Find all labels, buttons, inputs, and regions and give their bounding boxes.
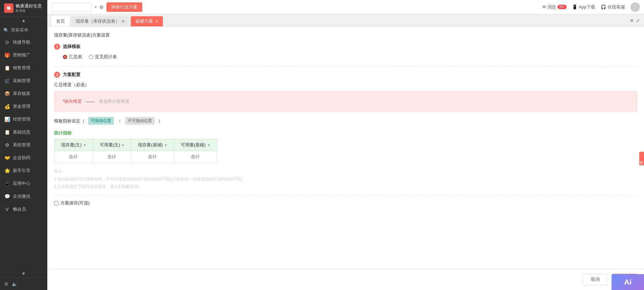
tips-item-0: 1.拖动标题栏可以调整布局，不可跨维度或指标区域拖动栏目字段(只能在同一维度或指… [54, 176, 637, 182]
tabbar: 首页 现存量（库存状况表） ✕ 新建方案 ✕ ✕ ⤢ [47, 14, 644, 27]
messages-btn[interactable]: ✉ 消息 99+ [542, 4, 567, 10]
dimension-label: 汇总维度（必选） [54, 82, 637, 88]
sidebar-item-marketing[interactable]: 🎁 营销推广 [0, 49, 47, 62]
dimension-separator: —— [86, 99, 95, 104]
col-header-3[interactable]: 可用量(基辅) ▾ [174, 139, 217, 151]
tab-inventory-status[interactable]: 现存量（库存状况表） ✕ [71, 16, 129, 26]
sidebar-search[interactable]: 🔍 搜索菜单 [0, 24, 47, 36]
sidebar-item-system[interactable]: ⚙ 系统管理 [0, 139, 47, 151]
operations-icon: 📊 [4, 117, 10, 122]
save-option: 方案保存(可选) [54, 200, 637, 206]
industry-btn[interactable]: 体验行业方案 [106, 2, 142, 12]
tab-inventory-close[interactable]: ✕ [122, 19, 125, 24]
newbie-icon: 🌟 [4, 168, 10, 173]
indicator-settings: 模板指标设定（ 可拖动位置 ： 不可拖动位置 ） [54, 117, 637, 125]
radio-cross[interactable] [89, 55, 93, 59]
topbar: ▾ ⚙ 体验行业方案 ✉ 消息 99+ 📱 App下载 🎧 在线客服 [47, 0, 644, 14]
sidebar-item-newbie[interactable]: 🌟 新手引导 [0, 164, 47, 177]
tips-title: 提示： [54, 168, 637, 174]
chevron-down-icon[interactable]: ▾ [95, 5, 97, 9]
user-avatar[interactable] [630, 2, 640, 12]
finance-icon: 💰 [4, 104, 10, 109]
topbar-left: ▾ ⚙ 体验行业方案 [51, 2, 142, 12]
system-icon: ⚙ [4, 142, 10, 148]
stats-section: 统计指标 现存量(主) ▾ [54, 130, 637, 163]
sidebar-item-sales[interactable]: 📋 销售管理 [0, 62, 47, 74]
sidebar-item-finance[interactable]: 💰 资金管理 [0, 100, 47, 113]
phone-icon: 📱 [572, 4, 577, 9]
cancel-button[interactable]: 取消 [583, 274, 608, 285]
content-area: 现存量(库存状况表)方案设置 1 选择模板 汇总表 交叉统计表 2 [47, 27, 644, 269]
template-options: 汇总表 交叉统计表 [63, 54, 637, 60]
search-input[interactable] [51, 3, 92, 11]
col2-chevron[interactable]: ▾ [165, 143, 167, 147]
scroll-up-btn[interactable]: ▲ [0, 17, 47, 24]
section1-header: 1 选择模板 [54, 44, 637, 50]
dimension-required: *纵向维度 [63, 98, 82, 104]
col-header-0[interactable]: 现存量(主) ▾ [54, 139, 93, 151]
section2-title: 方案配置 [63, 72, 80, 78]
tab-new-plan[interactable]: 新建方案 ✕ [131, 16, 163, 26]
sidebar-item-quick-nav[interactable]: ⊙ 快捷导航 [0, 36, 47, 49]
volume-icon[interactable]: 🔈 [12, 281, 18, 287]
sidebar-item-enterprise[interactable]: 🤝 企业协同 [0, 151, 47, 164]
option-cross[interactable]: 交叉统计表 [89, 54, 117, 60]
sidebar: 畅 畅康通好生意 标准版 ▲ 🔍 搜索菜单 ⊙ 快捷导航 🎁 营销推广 📋 销售… [0, 0, 47, 290]
tab-new-plan-close[interactable]: ✕ [155, 19, 158, 24]
bottombar: 取消 查询 [47, 269, 644, 290]
purchase-icon: 🛒 [4, 78, 10, 83]
section1-num: 1 [54, 44, 60, 50]
search-icon: 🔍 [3, 28, 9, 33]
cell-0-1: 合计 [93, 151, 131, 163]
sidebar-item-app-center[interactable]: 📱 应用中心 [0, 177, 47, 190]
tag-draggable: 可拖动位置 [88, 117, 114, 125]
message-icon: ✉ [542, 4, 546, 9]
col3-chevron[interactable]: ▾ [208, 143, 210, 147]
option-summary[interactable]: 汇总表 [63, 54, 82, 60]
marketing-icon: 🎁 [4, 52, 10, 58]
scroll-down-btn[interactable]: ▼ [0, 270, 47, 277]
sidebar-item-operations[interactable]: 📊 经营管理 [0, 113, 47, 126]
tab-home[interactable]: 首页 [51, 16, 70, 26]
stats-table: 现存量(主) ▾ 可用量(主) ▾ [54, 139, 217, 163]
cell-0-3: 合计 [174, 151, 217, 163]
col0-chevron[interactable]: ▾ [84, 143, 86, 147]
gear-icon[interactable]: ⚙ [99, 4, 104, 10]
expand-window-btn[interactable]: ⤢ [636, 18, 640, 23]
sidebar-item-basic-info[interactable]: 📋 基础信息 [0, 126, 47, 139]
ai-assistant-btn[interactable]: Ai [612, 274, 644, 290]
settings-icon[interactable]: ⚙ [4, 281, 8, 287]
page-title: 现存量(库存状况表)方案设置 [54, 32, 637, 38]
customer-service-btn[interactable]: 🎧 在线客服 [601, 4, 625, 10]
logo-text: 畅康通好生意 标准版 [16, 3, 42, 13]
section2-header: 2 方案配置 [54, 72, 637, 78]
sidebar-item-inventory[interactable]: 📦 库存核算 [0, 87, 47, 100]
close-window-btn[interactable]: ✕ [630, 18, 634, 23]
tag-fixed: 不可拖动位置 [125, 117, 155, 125]
cell-0-2: 合计 [131, 151, 174, 163]
col1-chevron[interactable]: ▾ [122, 143, 124, 147]
sales-icon: 📋 [4, 65, 10, 71]
app-center-icon: 📱 [4, 181, 10, 186]
stats-label: 统计指标 [54, 130, 637, 136]
col-header-2[interactable]: 现存量(基辅) ▾ [131, 139, 174, 151]
dimension-placeholder[interactable]: 请选择分组维度 [99, 98, 129, 104]
main-area: ▾ ⚙ 体验行业方案 ✉ 消息 99+ 📱 App下载 🎧 在线客服 首页 [47, 0, 644, 290]
save-checkbox[interactable] [54, 201, 58, 206]
headset-icon: 🎧 [601, 4, 606, 9]
message-badge: 99+ [558, 5, 567, 9]
topbar-right: ✉ 消息 99+ 📱 App下载 🎧 在线客服 [542, 2, 640, 12]
app-download-btn[interactable]: 📱 App下载 [572, 4, 595, 10]
plan-config: 汇总维度（必选） *纵向维度 —— 请选择分组维度 模板指标设定（ 可拖动位置 … [54, 82, 637, 163]
tips-item-1: 2.点击标题栏下拉可设置排序、插入列和删除列 [54, 184, 637, 190]
enterprise-icon: 🤝 [4, 155, 10, 161]
sidebar-item-wechat[interactable]: 💬 企业微信 [0, 190, 47, 203]
sidebar-item-member[interactable]: V 畅会员 [0, 203, 47, 216]
right-edge-btn[interactable]: 展 [639, 152, 644, 165]
sidebar-item-purchase[interactable]: 🛒 采购管理 [0, 74, 47, 87]
app-logo: 畅 畅康通好生意 标准版 [0, 0, 47, 17]
col-header-1[interactable]: 可用量(主) ▾ [93, 139, 131, 151]
dimension-box: *纵向维度 —— 请选择分组维度 [54, 91, 637, 112]
radio-summary[interactable] [63, 55, 67, 59]
member-icon: V [4, 207, 10, 212]
